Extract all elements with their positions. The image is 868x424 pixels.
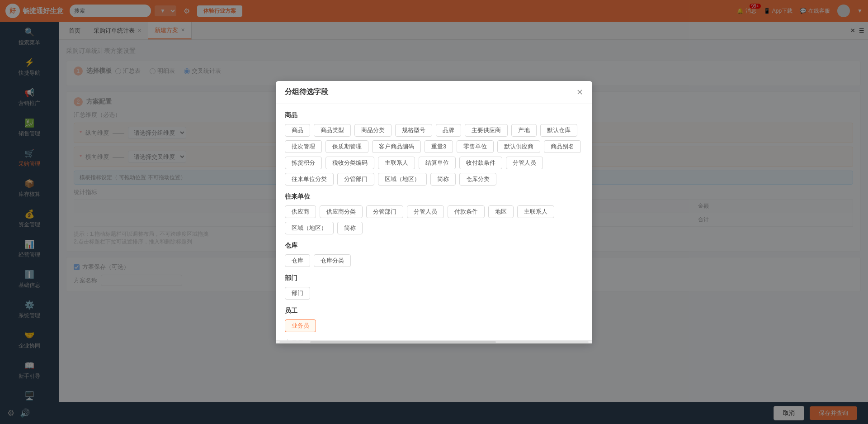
field-chip-warehouse[interactable]: 仓库 [285,254,310,267]
field-chip-main-contact2[interactable]: 主联系人 [517,205,554,218]
modal-close-button[interactable]: ✕ [576,87,583,97]
field-chip-payment-terms[interactable]: 收付款条件 [459,157,502,169]
field-chip-managed-dept[interactable]: 分管部门 [366,205,403,218]
field-chip-main-supplier[interactable]: 主要供应商 [465,124,508,137]
field-chip-default-warehouse[interactable]: 默认仓库 [540,124,577,137]
field-chip-region[interactable]: 区域（地区） [378,173,427,186]
field-chip-abbr2[interactable]: 简称 [337,222,363,234]
field-chip-warehouse-cat[interactable]: 仓库分类 [314,254,351,267]
field-chip-origin[interactable]: 产地 [511,124,537,137]
modal-title: 分组待选字段 [285,87,328,97]
field-chip-department[interactable]: 部门 [285,287,310,300]
field-chip-customer-code[interactable]: 客户商品编码 [372,140,421,153]
partner-section: 往来单位 供应商 供应商分类 分管部门 分管人员 付款条件 地区 主联系人 区域… [285,193,583,234]
product-chips: 商品 商品类型 商品分类 规格型号 品牌 主要供应商 产地 默认仓库 批次管理 … [285,124,583,186]
field-chip-supplier-category[interactable]: 供应商分类 [320,205,363,218]
field-chip-warehouse-category[interactable]: 仓库分类 [459,173,496,186]
field-chip-supplier[interactable]: 供应商 [285,205,316,218]
field-chip-pick-score[interactable]: 拣货积分 [285,157,322,169]
field-chip-brand[interactable]: 品牌 [436,124,461,137]
field-chip-expiry-mgmt[interactable]: 保质期管理 [326,140,368,153]
field-chip-tax-code[interactable]: 税收分类编码 [326,157,374,169]
modal-overlay: 分组待选字段 ✕ 商品 商品 商品类型 商品分类 规格型号 品牌 主要供应商 产… [0,0,868,299]
field-chip-manager[interactable]: 分管人员 [506,157,543,169]
field-chip-product-type[interactable]: 商品类型 [314,124,351,137]
field-chip-main-contact[interactable]: 主联系人 [378,157,415,169]
warehouse-chips: 仓库 仓库分类 [285,254,583,267]
field-chip-region2[interactable]: 区域（地区） [285,222,334,234]
field-chip-retail-unit[interactable]: 零售单位 [457,140,494,153]
field-chip-settle-unit[interactable]: 结算单位 [419,157,456,169]
modal-body[interactable]: 商品 商品 商品类型 商品分类 规格型号 品牌 主要供应商 产地 默认仓库 批次… [276,104,592,300]
field-selection-modal: 分组待选字段 ✕ 商品 商品 商品类型 商品分类 规格型号 品牌 主要供应商 产… [276,81,592,300]
field-chip-dept[interactable]: 分管部门 [337,173,374,186]
product-section: 商品 商品 商品类型 商品分类 规格型号 品牌 主要供应商 产地 默认仓库 批次… [285,111,583,186]
field-chip-product-alias[interactable]: 商品别名 [544,140,581,153]
department-section-title: 部门 [285,274,583,282]
partner-section-title: 往来单位 [285,193,583,201]
department-chips: 部门 [285,287,583,300]
field-chip-batch-mgmt[interactable]: 批次管理 [285,140,322,153]
field-chip-product-category[interactable]: 商品分类 [354,124,392,137]
field-chip-product[interactable]: 商品 [285,124,310,137]
field-chip-partner-category[interactable]: 往来单位分类 [285,173,334,186]
field-chip-default-supplier[interactable]: 默认供应商 [497,140,540,153]
field-chip-managed-person[interactable]: 分管人员 [407,205,444,218]
warehouse-section-title: 仓库 [285,242,583,250]
modal-header: 分组待选字段 ✕ [276,81,592,104]
product-section-title: 商品 [285,111,583,119]
field-chip-area[interactable]: 地区 [488,205,514,218]
warehouse-section: 仓库 仓库 仓库分类 [285,242,583,267]
field-chip-spec-model[interactable]: 规格型号 [395,124,432,137]
field-chip-weight[interactable]: 重量3 [425,140,453,153]
field-chip-payment-cond[interactable]: 付款条件 [448,205,485,218]
department-section: 部门 部门 [285,274,583,300]
field-chip-abbr[interactable]: 简称 [430,173,456,186]
partner-chips: 供应商 供应商分类 分管部门 分管人员 付款条件 地区 主联系人 区域（地区） … [285,205,583,234]
